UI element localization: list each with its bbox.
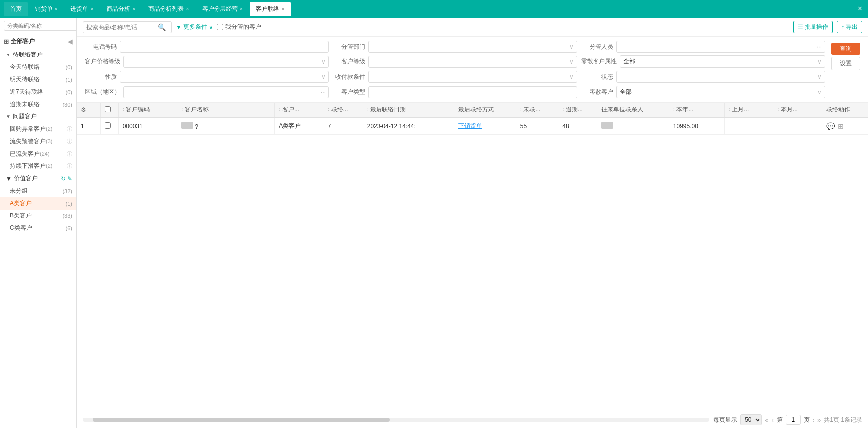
row-this-year: 10995.00	[669, 117, 724, 135]
row-last-contact-date: 2023-04-12 14:44:	[363, 117, 454, 135]
close-customer-contact-tab[interactable]: ×	[281, 6, 284, 12]
chat-icon[interactable]: 💬	[826, 122, 835, 130]
table-area: ⚙ : 客户编码 : 客户名称 : 客户... : 联络... : 最后联络日期…	[77, 103, 868, 411]
close-customer-segment-tab[interactable]: ×	[240, 6, 243, 12]
sidebar-item-today-contact[interactable]: 今天待联络 (0)	[0, 61, 76, 73]
window-close-button[interactable]: ×	[856, 2, 864, 15]
sidebar-item-lost[interactable]: 已流失客户(24) ⓘ	[0, 148, 76, 160]
price-level-select[interactable]: ∨	[123, 56, 329, 68]
sidebar-search-area: 🔍	[0, 18, 76, 34]
repurchase-info-icon: ⓘ	[67, 125, 72, 133]
person-dots-icon: ···	[817, 43, 822, 50]
tab-goods-list[interactable]: 商品分析列表 ×	[142, 2, 195, 16]
close-purchase-tab[interactable]: ×	[90, 6, 93, 12]
sidebar-item-declining[interactable]: 持续下滑客户(2) ⓘ	[0, 160, 76, 172]
payment-arrow-icon: ∨	[569, 73, 574, 80]
my-customer-checkbox[interactable]	[217, 24, 223, 30]
query-button[interactable]: 查询	[831, 43, 860, 55]
customer-type-input[interactable]	[368, 86, 577, 98]
lost-info-icon: ⓘ	[67, 150, 72, 158]
prev-page-button[interactable]: ‹	[771, 416, 773, 424]
sidebar-item-a-class[interactable]: A类客户 (1)	[0, 197, 76, 210]
horizontal-scrollbar[interactable]	[83, 418, 709, 422]
row-check[interactable]	[100, 117, 118, 135]
sidebar-item-overdue-contact[interactable]: 逾期未联络 (30)	[0, 98, 76, 110]
col-contact-header: : 联络...	[324, 103, 363, 117]
tab-customer-segment[interactable]: 客户分层经营 ×	[196, 2, 249, 16]
sidebar-item-tomorrow-contact[interactable]: 明天待联络 (1)	[0, 73, 76, 86]
value-refresh-icon[interactable]: ↻	[61, 175, 66, 182]
col-unlink-header: : 未联...	[516, 103, 558, 117]
sidebar-group-pending[interactable]: ▼ 待联络客户	[0, 49, 76, 61]
region-dots-icon: ···	[321, 89, 326, 96]
last-contact-link[interactable]: 下销货单	[458, 122, 482, 129]
declining-info-icon: ⓘ	[67, 162, 72, 170]
page-number-input[interactable]	[786, 415, 801, 425]
close-goods-analysis-tab[interactable]: ×	[132, 6, 135, 12]
sidebar-item-loss-warning[interactable]: 流失预警客户(3) ⓘ	[0, 135, 76, 148]
sidebar-item-b-class[interactable]: B类客户 (33)	[0, 210, 76, 222]
scrollbar-thumb[interactable]	[93, 418, 390, 422]
filter-nature: 性质 ∨	[85, 71, 329, 83]
page-label: 第	[777, 416, 783, 424]
sidebar-collapse-icon[interactable]: ◀	[68, 38, 72, 45]
person-input[interactable]: ···	[616, 41, 825, 53]
close-goods-list-tab[interactable]: ×	[186, 6, 189, 12]
filter-region: 区域（地区） ···	[85, 86, 329, 98]
col-settings[interactable]: ⚙	[77, 103, 100, 117]
next-page-button[interactable]: ›	[813, 416, 814, 424]
last-page-button[interactable]: »	[817, 416, 821, 424]
tab-home[interactable]: 首页	[4, 2, 28, 16]
sidebar-item-week-contact[interactable]: 近7天待联络 (0)	[0, 86, 76, 98]
filter-status: 状态 ∨	[581, 71, 825, 83]
select-all-checkbox[interactable]	[105, 106, 111, 112]
payment-select[interactable]: ∨	[368, 71, 577, 83]
region-input[interactable]: ···	[123, 86, 329, 98]
row-checkbox[interactable]	[105, 122, 111, 129]
col-name-header: : 客户名称	[177, 103, 274, 117]
close-sales-tab[interactable]: ×	[54, 6, 57, 12]
more-actions-icon[interactable]: ⊞	[838, 122, 844, 130]
batch-operation-button[interactable]: ☰ 批量操作	[793, 21, 833, 33]
row-no: 1	[77, 117, 100, 135]
dept-select[interactable]: ∨	[368, 41, 577, 53]
filter-phone: 电话号码	[85, 41, 329, 53]
row-last-contact-method[interactable]: 下销货单	[454, 117, 516, 135]
table-row: 1 000031 ? A类客户 7 2023-04-12 14:44:	[77, 117, 868, 135]
tab-goods-analysis[interactable]: 商品分析 ×	[101, 2, 141, 16]
retail-customer-select[interactable]: 全部∨	[616, 86, 825, 98]
my-customer-filter[interactable]: 我分管的客户	[217, 23, 261, 31]
per-page-select[interactable]: 50	[740, 414, 762, 425]
sidebar-search-input[interactable]	[4, 21, 77, 31]
export-button[interactable]: ↑ 导出	[837, 21, 862, 33]
filter-search-input[interactable]	[86, 24, 156, 31]
status-select[interactable]: ∨	[616, 71, 825, 83]
table-settings-gear-icon[interactable]: ⚙	[81, 107, 86, 113]
customer-level-select[interactable]: ∨	[368, 56, 577, 68]
col-action-header: 联络动作	[822, 103, 868, 117]
sidebar-all-customers[interactable]: ⊞ 全部客户 ◀	[0, 34, 76, 49]
first-page-button[interactable]: «	[765, 416, 768, 424]
retail-attr-select[interactable]: 全部∨	[620, 55, 825, 68]
row-last-month	[724, 117, 773, 135]
customer-level-arrow-icon: ∨	[569, 58, 574, 65]
col-check	[100, 103, 118, 117]
sidebar-item-ungrouped[interactable]: 未分组 (32)	[0, 185, 76, 197]
setting-button[interactable]: 设置	[831, 57, 860, 70]
phone-input[interactable]	[120, 41, 329, 53]
filter-search-icon[interactable]: 🔍	[158, 23, 166, 31]
nature-select[interactable]: ∨	[120, 71, 329, 83]
col-company-header: 往来单位联系人	[597, 103, 669, 117]
sidebar-group-value[interactable]: ▼ 价值客户 ↻ ✎	[0, 172, 76, 185]
row-actions: 💬 ⊞	[822, 117, 868, 135]
sidebar-group-problem[interactable]: ▼ 问题客户	[0, 110, 76, 123]
sidebar-item-repurchase-abnormal[interactable]: 回购异常客户(2) ⓘ	[0, 123, 76, 135]
col-lastmonth-header: : 上月...	[724, 103, 773, 117]
filter-more-conditions[interactable]: ▼ 更多条件 ∨	[176, 23, 213, 31]
sidebar-item-c-class[interactable]: C类客户 (6)	[0, 222, 76, 234]
value-edit-icon[interactable]: ✎	[67, 175, 72, 182]
col-overdue-header: : 逾期...	[558, 103, 597, 117]
tab-customer-contact[interactable]: 客户联络 ×	[250, 2, 290, 16]
tab-sales[interactable]: 销货单 ×	[29, 2, 63, 16]
tab-purchase[interactable]: 进货单 ×	[64, 2, 99, 16]
